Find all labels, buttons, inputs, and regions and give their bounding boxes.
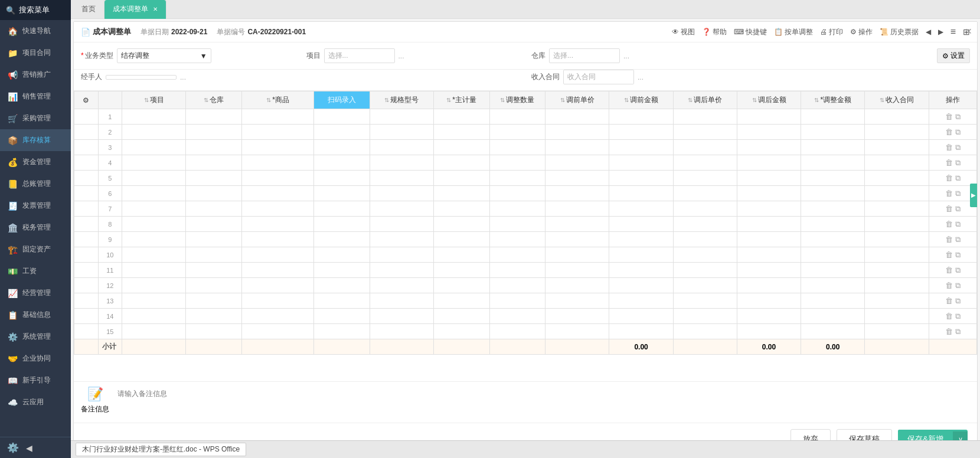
row-unit-cell[interactable] bbox=[433, 171, 489, 186]
row-income-cell[interactable] bbox=[865, 293, 929, 309]
row-after-price-cell[interactable] bbox=[673, 140, 737, 155]
row-spec-cell[interactable] bbox=[370, 309, 433, 324]
row-scan-cell[interactable] bbox=[313, 140, 370, 155]
action-print[interactable]: 🖨打印 bbox=[820, 27, 843, 37]
row-before-amount-cell[interactable] bbox=[609, 263, 673, 278]
row-after-price-cell[interactable] bbox=[673, 155, 737, 171]
row-income-cell[interactable] bbox=[865, 309, 929, 324]
row-before-price-cell[interactable] bbox=[545, 171, 609, 186]
row-before-amount-cell[interactable] bbox=[609, 324, 673, 339]
row-product-cell[interactable] bbox=[242, 171, 314, 186]
row-after-price-cell[interactable] bbox=[673, 293, 737, 309]
row-warehouse-cell[interactable] bbox=[186, 140, 242, 155]
row-spec-cell[interactable] bbox=[370, 232, 433, 247]
row-before-price-cell[interactable] bbox=[545, 309, 609, 324]
row-spec-cell[interactable] bbox=[370, 186, 433, 201]
row-before-price-cell[interactable] bbox=[545, 232, 609, 247]
row-delete-icon[interactable]: 🗑 bbox=[945, 174, 953, 183]
row-income-cell[interactable] bbox=[865, 232, 929, 247]
agent-dots[interactable]: ... bbox=[180, 73, 186, 81]
action-order-setting[interactable]: 📋按单调整 bbox=[774, 27, 813, 37]
row-qty-cell[interactable] bbox=[489, 140, 545, 155]
row-project-cell[interactable] bbox=[122, 232, 186, 247]
action-shortcut[interactable]: ⌨快捷键 bbox=[734, 27, 767, 37]
sidebar-search[interactable]: 🔍 搜索菜单 bbox=[0, 0, 71, 20]
tab-close-cost-adjust[interactable]: ✕ bbox=[153, 6, 158, 12]
col-header-scan[interactable]: 扫码录入 bbox=[313, 91, 370, 109]
action-view[interactable]: 👁视图 bbox=[672, 27, 695, 37]
income-contract-dots[interactable]: ... bbox=[638, 73, 643, 81]
row-delete-icon[interactable]: 🗑 bbox=[945, 296, 953, 306]
row-warehouse-cell[interactable] bbox=[186, 201, 242, 217]
row-project-cell[interactable] bbox=[122, 293, 186, 309]
row-after-amount-cell[interactable] bbox=[737, 109, 801, 125]
row-spec-cell[interactable] bbox=[370, 155, 433, 171]
row-qty-cell[interactable] bbox=[489, 247, 545, 263]
row-unit-cell[interactable] bbox=[433, 309, 489, 324]
row-before-amount-cell[interactable] bbox=[609, 125, 673, 140]
row-project-cell[interactable] bbox=[122, 309, 186, 324]
action-next[interactable]: ▶ bbox=[938, 28, 943, 36]
row-project-cell[interactable] bbox=[122, 201, 186, 217]
row-delete-icon[interactable]: 🗑 bbox=[945, 220, 953, 229]
row-project-cell[interactable] bbox=[122, 125, 186, 140]
row-before-price-cell[interactable] bbox=[545, 247, 609, 263]
row-income-cell[interactable] bbox=[865, 247, 929, 263]
row-delete-icon[interactable]: 🗑 bbox=[945, 327, 953, 336]
col-header-spec[interactable]: ⇅规格型号 bbox=[370, 91, 433, 109]
col-header-unit[interactable]: ⇅*主计量 bbox=[433, 91, 489, 109]
row-before-price-cell[interactable] bbox=[545, 293, 609, 309]
row-warehouse-cell[interactable] bbox=[186, 217, 242, 232]
row-after-amount-cell[interactable] bbox=[737, 201, 801, 217]
row-product-cell[interactable] bbox=[242, 293, 314, 309]
warehouse-select[interactable]: 选择... bbox=[549, 48, 620, 63]
row-product-cell[interactable] bbox=[242, 278, 314, 293]
row-scan-cell[interactable] bbox=[313, 186, 370, 201]
project-dots[interactable]: ... bbox=[398, 52, 404, 60]
row-income-cell[interactable] bbox=[865, 171, 929, 186]
row-before-amount-cell[interactable] bbox=[609, 171, 673, 186]
row-qty-cell[interactable] bbox=[489, 125, 545, 140]
row-before-price-cell[interactable] bbox=[545, 278, 609, 293]
row-product-cell[interactable] bbox=[242, 247, 314, 263]
row-spec-cell[interactable] bbox=[370, 171, 433, 186]
row-unit-cell[interactable] bbox=[433, 278, 489, 293]
row-before-price-cell[interactable] bbox=[545, 140, 609, 155]
row-after-amount-cell[interactable] bbox=[737, 324, 801, 339]
row-qty-cell[interactable] bbox=[489, 186, 545, 201]
row-before-price-cell[interactable] bbox=[545, 201, 609, 217]
col-header-adjust-amount[interactable]: ⇅*调整金额 bbox=[801, 91, 865, 109]
row-after-price-cell[interactable] bbox=[673, 109, 737, 125]
row-after-price-cell[interactable] bbox=[673, 125, 737, 140]
row-adjust-amount-cell[interactable] bbox=[801, 171, 865, 186]
row-adjust-amount-cell[interactable] bbox=[801, 125, 865, 140]
row-after-price-cell[interactable] bbox=[673, 201, 737, 217]
row-before-amount-cell[interactable] bbox=[609, 140, 673, 155]
row-after-price-cell[interactable] bbox=[673, 217, 737, 232]
row-project-cell[interactable] bbox=[122, 278, 186, 293]
row-qty-cell[interactable] bbox=[489, 171, 545, 186]
col-header-qty[interactable]: ⇅调整数量 bbox=[489, 91, 545, 109]
row-copy-icon[interactable]: ⧉ bbox=[955, 220, 961, 229]
row-adjust-amount-cell[interactable] bbox=[801, 186, 865, 201]
row-adjust-amount-cell[interactable] bbox=[801, 140, 865, 155]
row-project-cell[interactable] bbox=[122, 247, 186, 263]
row-before-amount-cell[interactable] bbox=[609, 278, 673, 293]
row-delete-icon[interactable]: 🗑 bbox=[945, 266, 953, 275]
row-warehouse-cell[interactable] bbox=[186, 155, 242, 171]
row-adjust-amount-cell[interactable] bbox=[801, 247, 865, 263]
row-qty-cell[interactable] bbox=[489, 309, 545, 324]
col-header-before-price[interactable]: ⇅调前单价 bbox=[545, 91, 609, 109]
row-project-cell[interactable] bbox=[122, 324, 186, 339]
row-project-cell[interactable] bbox=[122, 140, 186, 155]
col-header-after-amount[interactable]: ⇅调后金额 bbox=[737, 91, 801, 109]
row-after-price-cell[interactable] bbox=[673, 186, 737, 201]
row-qty-cell[interactable] bbox=[489, 293, 545, 309]
row-after-price-cell[interactable] bbox=[673, 171, 737, 186]
row-spec-cell[interactable] bbox=[370, 247, 433, 263]
row-spec-cell[interactable] bbox=[370, 201, 433, 217]
row-warehouse-cell[interactable] bbox=[186, 293, 242, 309]
row-income-cell[interactable] bbox=[865, 263, 929, 278]
row-income-cell[interactable] bbox=[865, 324, 929, 339]
row-warehouse-cell[interactable] bbox=[186, 109, 242, 125]
